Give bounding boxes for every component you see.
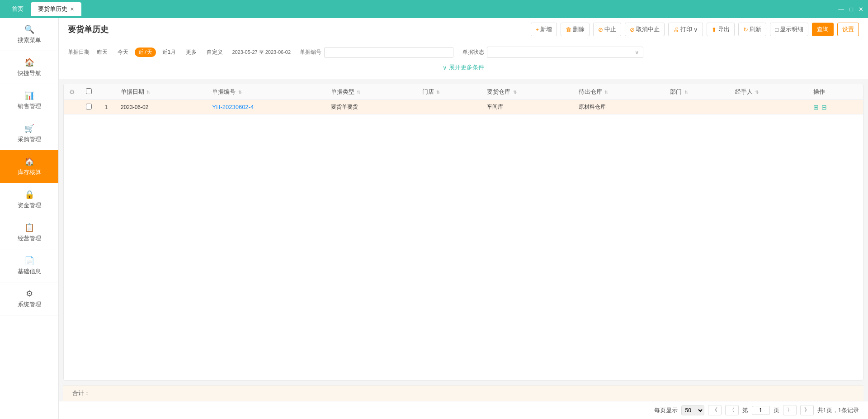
print-icon: 🖨 bbox=[673, 26, 679, 33]
close-icon[interactable]: ✕ bbox=[859, 6, 863, 13]
search-icon: 🔍 bbox=[24, 24, 34, 34]
sidebar-item-purchase[interactable]: 🛒 采购管理 bbox=[0, 117, 58, 150]
close-tab-icon[interactable]: ✕ bbox=[70, 6, 74, 12]
expand-icon: ∨ bbox=[443, 64, 447, 71]
status-dropdown-icon[interactable]: ∨ bbox=[635, 49, 639, 56]
sidebar: 🔍 搜索菜单 🏠 快捷导航 📊 销售管理 🛒 采购管理 🏠 库存核算 🔒 资金管… bbox=[0, 18, 59, 419]
expand-more-button[interactable]: ∨ 展开更多条件 bbox=[68, 62, 859, 73]
toolbar: + 新增 🗑 删除 ⊘ 中止 ⊘ 取消中止 🖨 打印 bbox=[531, 23, 859, 36]
operations-icon: 📋 bbox=[24, 223, 34, 233]
sort-store-icon: ⇅ bbox=[436, 90, 440, 95]
sort-doctype-icon: ⇅ bbox=[357, 90, 360, 95]
date-yesterday[interactable]: 昨天 bbox=[93, 48, 111, 57]
date-more[interactable]: 更多 bbox=[182, 48, 200, 57]
sidebar-item-basic-info[interactable]: 📄 基础信息 bbox=[0, 249, 58, 282]
th-date[interactable]: 单据日期 ⇅ bbox=[115, 84, 207, 100]
top-bar: 首页 要货单历史 ✕ — □ ✕ bbox=[0, 0, 868, 18]
doc-number-input[interactable] bbox=[324, 47, 453, 58]
th-department[interactable]: 部门 ⇅ bbox=[665, 84, 729, 100]
checkbox-icon: □ bbox=[775, 26, 778, 33]
td-num: 1 bbox=[97, 100, 115, 114]
sidebar-item-search[interactable]: 🔍 搜索菜单 bbox=[0, 18, 58, 51]
new-button[interactable]: + 新增 bbox=[531, 23, 557, 36]
date-custom[interactable]: 自定义 bbox=[203, 48, 226, 57]
page-suffix: 页 bbox=[774, 406, 779, 414]
td-department bbox=[665, 100, 729, 114]
table-settings-icon[interactable]: ⚙ bbox=[69, 88, 75, 95]
select-all-checkbox[interactable] bbox=[86, 88, 92, 94]
th-req-warehouse[interactable]: 要货仓库 ⇅ bbox=[481, 84, 573, 100]
data-table: ⚙ 单据日期 ⇅ 单据编号 ⇅ bbox=[64, 84, 863, 114]
export-button[interactable]: ⬆ 导出 bbox=[707, 23, 735, 36]
table-row[interactable]: 1 2023-06-02 YH-20230602-4 要货单要货 车间库 原材料… bbox=[64, 100, 863, 114]
page-title: 要货单历史 bbox=[68, 24, 526, 35]
delete-icon: 🗑 bbox=[566, 26, 571, 33]
more-icon[interactable]: ⊟ bbox=[821, 104, 827, 111]
cancel-stop-button[interactable]: ⊘ 取消中止 bbox=[625, 23, 665, 36]
cancel-stop-icon: ⊘ bbox=[630, 26, 635, 33]
status-label: 单据状态 bbox=[462, 48, 484, 56]
edit-icon[interactable]: ⊞ bbox=[813, 104, 819, 111]
stop-button[interactable]: ⊘ 中止 bbox=[593, 23, 621, 36]
th-actions: 操作 bbox=[808, 84, 863, 100]
total-info: 共1页，1条记录 bbox=[817, 406, 859, 414]
sort-docno-icon: ⇅ bbox=[238, 90, 242, 95]
sort-date-icon: ⇅ bbox=[146, 90, 150, 95]
td-actions: ⊞ ⊟ bbox=[808, 100, 863, 114]
th-doc-no[interactable]: 单据编号 ⇅ bbox=[207, 84, 325, 100]
sidebar-item-inventory[interactable]: 🏠 库存核算 bbox=[0, 150, 58, 183]
sort-reqwarehouse-icon: ⇅ bbox=[513, 90, 517, 95]
page-size-select[interactable]: 20 50 100 200 bbox=[681, 405, 704, 415]
th-doc-type[interactable]: 单据类型 ⇅ bbox=[326, 84, 417, 100]
doc-number-label: 单据编号 bbox=[300, 48, 321, 56]
inventory-icon: 🏠 bbox=[24, 157, 34, 167]
tab-order-history[interactable]: 要货单历史 ✕ bbox=[31, 2, 81, 16]
sort-handler-icon: ⇅ bbox=[755, 90, 759, 95]
maximize-icon[interactable]: □ bbox=[849, 6, 853, 13]
th-pending-warehouse[interactable]: 待出仓库 ⇅ bbox=[573, 84, 665, 100]
status-select-wrapper: ∨ bbox=[487, 47, 643, 58]
print-dropdown-icon: ∨ bbox=[693, 26, 698, 33]
td-settings bbox=[64, 100, 80, 114]
page-number-input[interactable] bbox=[752, 406, 770, 415]
table-area: ⚙ 单据日期 ⇅ 单据编号 ⇅ bbox=[63, 84, 863, 381]
sidebar-item-sales[interactable]: 📊 销售管理 bbox=[0, 84, 58, 117]
show-detail-button[interactable]: □ 显示明细 bbox=[770, 23, 808, 36]
sidebar-item-operations[interactable]: 📋 经营管理 bbox=[0, 216, 58, 249]
td-store bbox=[417, 100, 481, 114]
next-page-button[interactable]: 〉 bbox=[783, 405, 797, 415]
tabs: 首页 要货单历史 ✕ bbox=[5, 2, 838, 16]
export-icon: ⬆ bbox=[712, 26, 717, 33]
action-icons: ⊞ ⊟ bbox=[813, 104, 858, 111]
tab-home[interactable]: 首页 bbox=[5, 2, 31, 16]
minimize-icon[interactable]: — bbox=[838, 6, 844, 13]
basic-info-icon: 📄 bbox=[24, 256, 34, 266]
th-num bbox=[97, 84, 115, 100]
window-controls: — □ ✕ bbox=[838, 6, 863, 13]
row-checkbox[interactable] bbox=[86, 104, 92, 110]
sidebar-item-quick-nav[interactable]: 🏠 快捷导航 bbox=[0, 51, 58, 84]
date-1month[interactable]: 近1月 bbox=[159, 48, 180, 57]
date-today[interactable]: 今天 bbox=[114, 48, 132, 57]
th-checkbox bbox=[80, 84, 97, 100]
sidebar-item-system[interactable]: ⚙ 系统管理 bbox=[0, 282, 58, 315]
th-store[interactable]: 门店 ⇅ bbox=[417, 84, 481, 100]
first-page-button[interactable]: 《 bbox=[708, 405, 722, 415]
status-input[interactable] bbox=[491, 49, 635, 56]
table-header-row: ⚙ 单据日期 ⇅ 单据编号 ⇅ bbox=[64, 84, 863, 100]
query-button[interactable]: 查询 bbox=[812, 23, 834, 36]
delete-button[interactable]: 🗑 删除 bbox=[561, 23, 590, 36]
last-page-button[interactable]: 》 bbox=[800, 405, 814, 415]
td-doc-no: YH-20230602-4 bbox=[207, 100, 325, 114]
pagination: 每页显示 20 50 100 200 《 〈 第 页 〉 》 共1页，1条记录 bbox=[59, 401, 868, 419]
filter-row-1: 单据日期 昨天 今天 近7天 近1月 更多 自定义 2023-05-27 至 2… bbox=[68, 47, 859, 58]
prev-page-button[interactable]: 〈 bbox=[725, 405, 739, 415]
doc-no-link[interactable]: YH-20230602-4 bbox=[212, 104, 254, 110]
date-7days[interactable]: 近7天 bbox=[135, 48, 156, 57]
print-button[interactable]: 🖨 打印 ∨ bbox=[668, 23, 703, 36]
settings-button[interactable]: 设置 bbox=[837, 23, 859, 36]
th-handler[interactable]: 经手人 ⇅ bbox=[730, 84, 808, 100]
sidebar-item-finance[interactable]: 🔒 资金管理 bbox=[0, 183, 58, 216]
td-date: 2023-06-02 bbox=[115, 100, 207, 114]
refresh-button[interactable]: ↻ 刷新 bbox=[738, 23, 766, 36]
